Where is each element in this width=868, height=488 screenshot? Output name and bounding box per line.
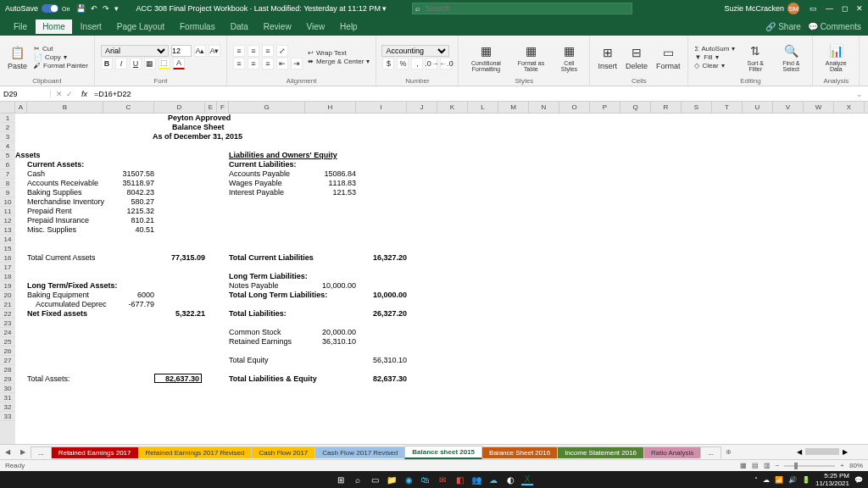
cell[interactable]: -677.79 <box>103 300 154 309</box>
qat-dropdown-icon[interactable]: ▾ <box>114 4 119 13</box>
cell[interactable]: Net Fixed assets <box>27 309 87 319</box>
search-input[interactable] <box>422 4 632 13</box>
align-right-icon[interactable]: ≡ <box>262 58 274 69</box>
row-hdr[interactable]: 32 <box>0 402 15 412</box>
format-as-table-button[interactable]: ▦Format as Table <box>511 42 550 73</box>
cell[interactable]: Common Stock <box>229 328 281 337</box>
cell[interactable]: 56,310.10 <box>356 356 407 365</box>
cell[interactable]: Baking Supplies <box>27 188 82 197</box>
cut-button[interactable]: ✂ Cut <box>33 45 89 53</box>
cell[interactable]: As of December 31, 2015 <box>153 132 242 141</box>
cell[interactable]: Balance Sheet <box>172 123 225 132</box>
cell[interactable]: 16,327.20 <box>356 253 407 263</box>
row-hdr[interactable]: 1 <box>0 114 15 123</box>
row-hdr[interactable]: 23 <box>0 319 15 328</box>
mail-icon[interactable]: ✉ <box>437 474 448 485</box>
tab-nav-prev[interactable]: ◀ <box>0 448 15 456</box>
col-u[interactable]: U <box>743 102 773 113</box>
cell[interactable]: 121.53 <box>305 188 356 197</box>
horizontal-scroll[interactable]: ◀▶ <box>797 448 868 456</box>
tab-nav-next[interactable]: ▶ <box>15 448 31 456</box>
cell[interactable]: Interest Payable <box>229 188 284 197</box>
col-d[interactable]: D <box>154 102 205 113</box>
cell[interactable]: 6000 <box>103 291 154 300</box>
cell[interactable]: Total Long Term Liabilities: <box>229 291 327 300</box>
search-icon[interactable]: ⌕ <box>352 474 364 485</box>
row-hdr[interactable]: 25 <box>0 337 15 347</box>
cell[interactable]: Long Term/Fixed Assets: <box>27 281 118 291</box>
sort-filter-button[interactable]: ⇅Sort & Filter <box>739 42 771 73</box>
conditional-formatting-button[interactable]: ▦Conditional Formatting <box>464 42 508 73</box>
align-center-icon[interactable]: ≡ <box>248 58 259 69</box>
row-hdr[interactable]: 2 <box>0 123 15 132</box>
sheet-tab[interactable]: Ratio Analysis <box>643 446 701 458</box>
copy-button[interactable]: 📄 Copy ▾ <box>33 53 89 61</box>
redo-icon[interactable]: ↷ <box>103 4 109 13</box>
sheet-tab[interactable]: Cash Flow 2017 <box>251 446 315 458</box>
col-o[interactable]: O <box>559 102 590 113</box>
col-i[interactable]: I <box>356 102 407 113</box>
volume-icon[interactable]: 🔊 <box>788 476 797 484</box>
cell[interactable]: 77,315.09 <box>154 253 205 263</box>
insert-cells-button[interactable]: ⊞Insert <box>595 43 620 71</box>
col-e[interactable]: E <box>205 102 217 113</box>
col-t[interactable]: T <box>712 102 743 113</box>
cell[interactable]: Prepaid Rent <box>27 207 72 216</box>
sheet-tab-active[interactable]: Balance sheet 2015 <box>404 446 482 459</box>
cell[interactable]: 15086.84 <box>305 169 356 179</box>
row-hdr[interactable]: 6 <box>0 160 15 169</box>
tab-data[interactable]: Data <box>224 19 255 34</box>
row-hdr[interactable]: 4 <box>0 141 15 151</box>
zoom-out-icon[interactable]: − <box>776 462 780 469</box>
row-hdr[interactable]: 13 <box>0 225 15 235</box>
row-hdr[interactable]: 30 <box>0 384 15 393</box>
delete-cells-button[interactable]: ⊟Delete <box>623 43 650 71</box>
cell[interactable]: Baking Equipment <box>27 291 89 300</box>
cell[interactable]: Total Liabilities: <box>229 309 287 319</box>
cloud-icon[interactable]: ☁ <box>763 476 770 484</box>
dec-decimal-icon[interactable]: ←.0 <box>440 58 452 69</box>
expand-formula-icon[interactable]: ⌄ <box>851 90 868 98</box>
edge-icon[interactable]: ◉ <box>403 474 415 485</box>
merge-center-button[interactable]: ⬌ Merge & Center ▾ <box>307 58 370 65</box>
cell[interactable]: 20,000.00 <box>305 328 356 337</box>
cell[interactable]: Merchandise Inventory <box>27 197 104 207</box>
font-name-select[interactable]: Arial <box>101 45 169 57</box>
col-q[interactable]: Q <box>620 102 651 113</box>
col-f[interactable]: F <box>217 102 229 113</box>
col-c[interactable]: C <box>103 102 154 113</box>
explorer-icon[interactable]: 📁 <box>386 474 398 485</box>
indent-dec-icon[interactable]: ⇤ <box>276 58 288 69</box>
cell[interactable]: Total Current Assets <box>27 253 96 263</box>
cell[interactable]: 40.51 <box>103 225 154 235</box>
row-hdr[interactable]: 21 <box>0 300 15 309</box>
col-l[interactable]: L <box>468 102 498 113</box>
wrap-text-button[interactable]: ↩ Wrap Text <box>307 49 370 57</box>
analyze-data-button[interactable]: 📊Analyze Data <box>818 42 854 73</box>
excel-icon[interactable]: X <box>521 474 533 485</box>
cell[interactable]: 1118.83 <box>305 179 356 188</box>
indent-inc-icon[interactable]: ⇥ <box>291 58 303 69</box>
sheet-tab[interactable]: Cash Flow 2017 Revised <box>314 446 405 458</box>
row-hdr[interactable]: 5 <box>0 151 15 160</box>
number-format-select[interactable]: Accounting <box>381 45 449 57</box>
zoom-slider[interactable] <box>784 465 835 467</box>
cell[interactable]: 82,637.30 <box>356 374 407 384</box>
inc-decimal-icon[interactable]: .0→ <box>426 58 437 69</box>
row-hdr[interactable]: 27 <box>0 356 15 365</box>
tab-help[interactable]: Help <box>333 19 364 34</box>
sheet-cells[interactable]: Peyton Approved Balance Sheet As of Dece… <box>15 114 868 444</box>
search-box[interactable]: ⌕ <box>412 3 632 14</box>
tab-formulas[interactable]: Formulas <box>173 19 222 34</box>
col-j[interactable]: J <box>407 102 437 113</box>
tab-review[interactable]: Review <box>257 19 298 34</box>
increase-font-icon[interactable]: A▴ <box>194 45 206 57</box>
autosum-button[interactable]: Σ AutoSum ▾ <box>693 45 736 53</box>
taskview-icon[interactable]: ▭ <box>369 474 381 485</box>
name-box[interactable]: D29 <box>0 90 51 98</box>
row-hdr[interactable]: 8 <box>0 179 15 188</box>
undo-icon[interactable]: ↶ <box>91 4 97 13</box>
italic-button[interactable]: I <box>115 58 127 69</box>
formula-input[interactable]: =D16+D22 <box>91 90 135 98</box>
ribbon-display-icon[interactable]: ▭ <box>810 4 817 13</box>
